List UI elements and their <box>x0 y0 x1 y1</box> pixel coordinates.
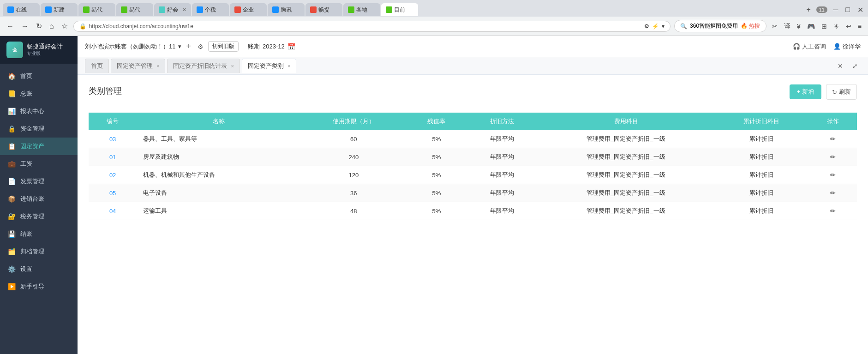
add-button[interactable]: + 新增 <box>790 84 821 99</box>
sidebar-item-reports[interactable]: 📊报表中心 <box>0 102 78 120</box>
headset-icon: 🎧 <box>793 43 800 50</box>
page-tab-label-home-tab: 首页 <box>91 62 103 70</box>
browser-tab-tab6[interactable]: 个税 <box>192 3 229 16</box>
tab-label-tab2: 新建 <box>54 6 65 14</box>
edit-button-row-2[interactable]: ✏ <box>809 166 857 184</box>
edit-button-row-3[interactable]: ✏ <box>809 184 857 202</box>
cell-3-1: 电子设备 <box>137 184 300 202</box>
page-tab-close-category-tab[interactable]: × <box>287 63 290 69</box>
browser-tab-tab11[interactable]: 目前 <box>381 3 418 16</box>
window-maximize-button[interactable]: □ <box>844 4 852 16</box>
menu-icon[interactable]: ≡ <box>856 21 863 32</box>
tab-favicon-tab6 <box>197 6 203 13</box>
brightness-icon[interactable]: ☀ <box>832 21 841 32</box>
cell-0-3: 5% <box>407 130 466 148</box>
category-table: 编号名称使用期限（月）残值率折旧方法费用科目累计折旧科目操作 03器具、工具、家… <box>89 113 857 220</box>
period-info: 账期 2023-12 📅 <box>248 42 295 51</box>
page-tab-home-tab[interactable]: 首页 <box>85 59 109 73</box>
table-header: 编号名称使用期限（月）残值率折旧方法费用科目累计折旧科目操作 <box>89 113 857 130</box>
undo-icon[interactable]: ↩ <box>844 21 853 32</box>
dropdown-icon: ▾ <box>662 23 664 30</box>
page-tab-depreciation-stat-tab[interactable]: 固定资产折旧统计表 × <box>167 59 239 73</box>
sidebar-logo: 会 畅捷通好会计 专业版 <box>0 36 78 64</box>
tab-label-tab4: 易代 <box>129 6 140 14</box>
page-tab-fixed-assets-mgmt-tab[interactable]: 固定资产管理 × <box>111 59 165 73</box>
period-label: 账期 <box>248 42 260 51</box>
period-value: 2023-12 <box>263 43 285 50</box>
forward-button[interactable]: → <box>19 20 30 32</box>
consult-label: 人工咨询 <box>802 42 826 51</box>
browser-tab-tab9[interactable]: 畅提 <box>305 3 342 16</box>
sidebar-item-invoices[interactable]: 📄发票管理 <box>0 173 78 190</box>
cell-2-0: 02 <box>89 166 137 184</box>
cell-0-5: 管理费用_固定资产折旧_一级 <box>538 130 714 148</box>
tab-close-tab5[interactable]: ✕ <box>182 7 186 13</box>
cell-0-0: 03 <box>89 130 137 148</box>
sidebar-label-settlement: 结账 <box>20 230 32 238</box>
sidebar-icon-funds: 🔒 <box>7 125 16 133</box>
logo-info: 畅捷通好会计 专业版 <box>27 43 63 57</box>
browser-tab-tab4[interactable]: 易代 <box>116 3 153 16</box>
page-tab-close-depreciation-stat-tab[interactable]: × <box>231 63 233 69</box>
sidebar-item-settlement[interactable]: 💾结账 <box>0 225 78 243</box>
col-header-1: 名称 <box>137 113 300 130</box>
chevron-down-icon: ▾ <box>178 43 181 50</box>
browser-tab-tab10[interactable]: 各地 <box>343 3 380 16</box>
reload-button[interactable]: ↻ <box>34 20 44 32</box>
sidebar-item-tax[interactable]: 🔐税务管理 <box>0 208 78 225</box>
switch-version-button[interactable]: 切到旧版 <box>208 41 239 52</box>
search-icon: 🔍 <box>680 23 687 30</box>
address-bar[interactable]: 🔒 https://cloud.chanjet.com/accounting/u… <box>73 21 670 32</box>
sidebar-item-home[interactable]: 🏠首页 <box>0 67 78 85</box>
sidebar-icon-tax: 🔐 <box>7 212 16 221</box>
browser-tab-tab5[interactable]: 好会✕ <box>154 3 191 16</box>
tab-favicon-tab8 <box>272 6 279 13</box>
consult-button[interactable]: 🎧 人工咨询 <box>793 42 826 51</box>
page-tab-category-tab[interactable]: 固定资产类别 × <box>242 59 296 73</box>
sidebar-item-archive[interactable]: 🗂️归档管理 <box>0 243 78 260</box>
browser-tab-tab1[interactable]: 在线 <box>3 3 40 16</box>
edit-button-row-0[interactable]: ✏ <box>809 130 857 148</box>
search-bar[interactable]: 🔍 360智能抠图免费用 🔥 热搜 <box>674 20 766 32</box>
sidebar-item-funds[interactable]: 🔒资金管理 <box>0 120 78 138</box>
page-tab-close-fixed-assets-mgmt-tab[interactable]: × <box>156 63 159 69</box>
page-content: 类别管理 + 新增 ↻ 刷新 编号名称使用期限（月）残值率折旧方法费用科目累计折… <box>78 75 868 354</box>
calendar-icon[interactable]: 📅 <box>287 43 295 50</box>
browser-tab-tab2[interactable]: 新建 <box>41 3 78 16</box>
back-button[interactable]: ← <box>5 20 16 32</box>
sidebar-item-fixed-assets[interactable]: 📋固定资产 <box>0 138 78 155</box>
edit-button-row-1[interactable]: ✏ <box>809 148 857 166</box>
expand-tab-button[interactable]: ⤢ <box>850 61 861 71</box>
bookmark-button[interactable]: ☆ <box>60 20 70 32</box>
cell-2-6: 累计折旧 <box>714 166 809 184</box>
cell-2-1: 机器、机械和其他生产设备 <box>137 166 300 184</box>
sidebar-label-fixed-assets: 固定资产 <box>20 142 44 150</box>
game-icon[interactable]: 🎮 <box>805 21 817 32</box>
sidebar-item-settings[interactable]: ⚙️设置 <box>0 260 78 278</box>
window-close-button[interactable]: ✕ <box>856 4 865 16</box>
refresh-button[interactable]: ↻ 刷新 <box>826 84 857 100</box>
sidebar-item-ledger[interactable]: 📒总账 <box>0 85 78 102</box>
translate-icon[interactable]: 译 <box>782 20 792 32</box>
tab-count-badge: 11 <box>816 6 827 13</box>
scissors-icon[interactable]: ✂ <box>770 21 779 32</box>
window-minimize-button[interactable]: ─ <box>831 4 840 16</box>
browser-tab-tab7[interactable]: 企业 <box>230 3 267 16</box>
new-tab-button[interactable]: + <box>804 4 812 16</box>
browser-tab-tab3[interactable]: 易代 <box>78 3 115 16</box>
add-account-button[interactable]: + <box>184 40 193 53</box>
logo-symbol: 会 <box>12 47 17 53</box>
sidebar-item-salary[interactable]: 💼工资 <box>0 155 78 173</box>
home-button[interactable]: ⌂ <box>48 20 56 32</box>
sidebar-item-guide[interactable]: ▶️新手引导 <box>0 278 78 295</box>
page-tab-label-category-tab: 固定资产类别 <box>248 62 284 70</box>
settings-gear-icon[interactable]: ⚙ <box>196 41 205 52</box>
edit-button-row-4[interactable]: ✏ <box>809 202 857 220</box>
browser-tab-tab8[interactable]: 腾讯 <box>268 3 305 16</box>
cell-3-2: 36 <box>300 184 407 202</box>
sidebar-item-purchase-sales[interactable]: 📦进销台账 <box>0 190 78 208</box>
close-tab-button[interactable]: ✕ <box>835 61 846 71</box>
grid-icon[interactable]: ⊞ <box>820 21 829 32</box>
cell-2-4: 年限平均 <box>467 166 538 184</box>
wallet-icon[interactable]: ¥ <box>795 21 802 32</box>
